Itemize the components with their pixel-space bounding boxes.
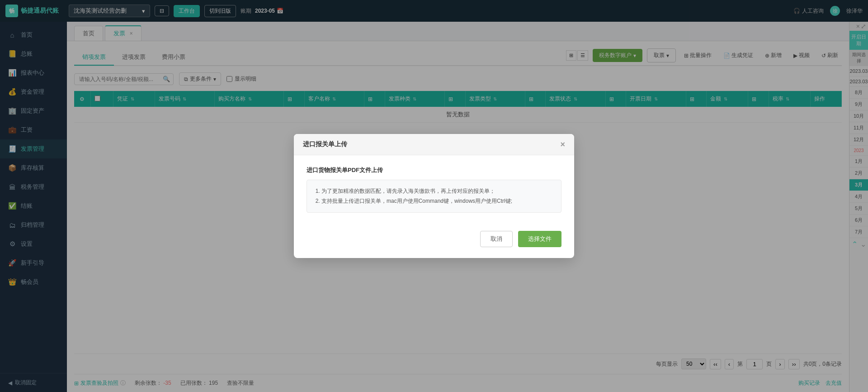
dialog-section-title: 进口货物报关单PDF文件上传 [307, 166, 561, 174]
dialog-close-button[interactable]: × [560, 140, 565, 148]
instruction-item-1: 为了更加精准的数据匹配，请先录入海关缴款书，再上传对应的报关单； [321, 186, 554, 196]
dialog-title: 进口报关单上传 [303, 140, 347, 148]
dialog-body: 进口货物报关单PDF文件上传 为了更加精准的数据匹配，请先录入海关缴款书，再上传… [294, 155, 574, 224]
instruction-item-2: 支持批量上传进口报关单，mac用户使用Command键，windows用户使用C… [321, 196, 554, 206]
import-customs-dialog: 进口报关单上传 × 进口货物报关单PDF文件上传 为了更加精准的数据匹配，请先录… [294, 134, 574, 258]
dialog-overlay: 进口报关单上传 × 进口货物报关单PDF文件上传 为了更加精准的数据匹配，请先录… [0, 0, 868, 392]
dialog-header: 进口报关单上传 × [294, 134, 574, 155]
select-file-button[interactable]: 选择文件 [518, 231, 561, 247]
dialog-instructions: 为了更加精准的数据匹配，请先录入海关缴款书，再上传对应的报关单； 支持批量上传进… [307, 180, 561, 213]
dialog-footer: 取消 选择文件 [294, 224, 574, 258]
dialog-cancel-button[interactable]: 取消 [480, 231, 513, 247]
